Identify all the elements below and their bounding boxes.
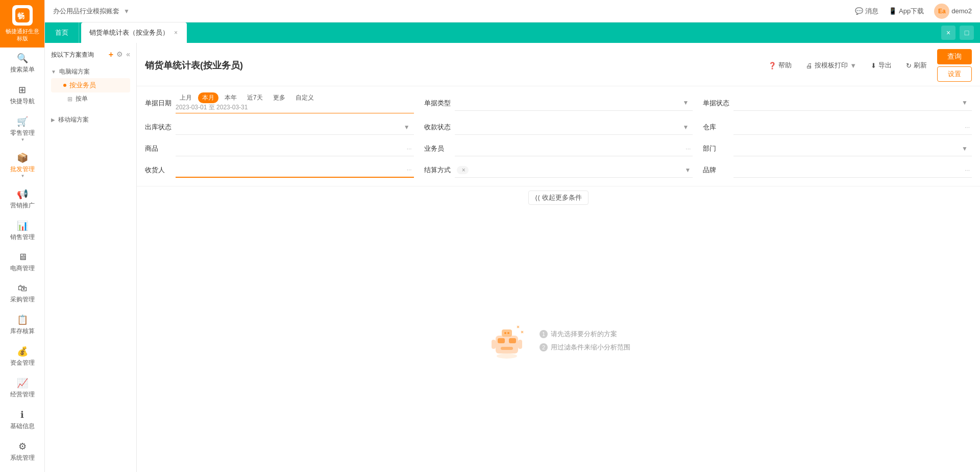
collectstatus-select[interactable]: ▼: [455, 120, 693, 135]
ecommerce-icon: 🖥: [18, 252, 27, 263]
doctype-label: 单据类型: [424, 99, 455, 108]
desktop-section-header[interactable]: ▼ 电脑端方案: [51, 65, 130, 78]
page-header: 销货单统计表(按业务员) ❓ 帮助 🖨 按模板打印 ▼ ⬇ 导出: [137, 43, 980, 86]
doctype-arrow-icon: ▼: [682, 99, 689, 106]
sidebar-item-wholesale[interactable]: 📦 批发管理: [0, 147, 44, 183]
date-tab-last-month[interactable]: 上月: [176, 92, 196, 103]
left-panel: 按以下方案查询 + ⚙ « ▼ 电脑端方案 按业务员 ⊞ 按单: [45, 43, 137, 472]
sidebar-item-marketing[interactable]: 📢 营销推广: [0, 183, 44, 215]
warehouse-control: ···: [733, 120, 972, 135]
messages-btn[interactable]: 💬 消息: [855, 7, 878, 16]
logo-text: 畅捷通好生意 标版: [6, 28, 39, 42]
mobile-arrow-icon: ▶: [51, 117, 55, 123]
goods-dots-icon: ···: [407, 145, 412, 152]
tabbar: 首页 销货单统计表（按业务员） × × □: [45, 22, 980, 43]
collapse-bar: ⟨⟨ 收起更多条件: [137, 186, 980, 209]
sidebar-item-operations[interactable]: 📈 经营管理: [0, 372, 44, 404]
salesperson-select[interactable]: ···: [455, 141, 693, 156]
settings-scheme-icon[interactable]: ⚙: [116, 50, 123, 59]
app-logo[interactable]: 畅 畅捷通好生意 标版: [0, 0, 44, 48]
help-icon: ❓: [768, 62, 776, 69]
date-tab-custom[interactable]: 自定义: [291, 92, 318, 103]
sidebar-item-inventory[interactable]: 📋 库存核算: [0, 309, 44, 341]
sidebar-item-finance[interactable]: 💰 资金管理: [0, 341, 44, 372]
svg-text:畅: 畅: [17, 12, 24, 20]
scheme-by-salesperson[interactable]: 按业务员: [51, 78, 130, 92]
date-label: 单据日期: [145, 99, 176, 108]
collectstatus-label: 收款状态: [424, 123, 455, 132]
mobile-section-header[interactable]: ▶ 移动端方案: [51, 113, 130, 126]
empty-tips: 1 请先选择要分析的方案 2 用过滤条件来缩小分析范围: [540, 329, 630, 352]
empty-tip-1: 1 请先选择要分析的方案: [540, 329, 630, 339]
dept-filter-cell: 部门 ▼: [703, 141, 972, 156]
sidebar-item-retail[interactable]: 🛒 零售管理: [0, 111, 44, 147]
settlement-tag: ×: [457, 166, 469, 174]
print-btn[interactable]: 🖨 按模板打印 ▼: [802, 59, 861, 72]
doctype-select[interactable]: ▼: [455, 96, 693, 111]
breadcrumb-text: 办公用品行业模拟账套: [53, 7, 119, 16]
collapse-btn[interactable]: ⟨⟨ 收起更多条件: [528, 191, 589, 205]
sidebar-item-search[interactable]: 🔍 搜索菜单: [0, 48, 44, 79]
sales-icon: 📊: [17, 220, 28, 231]
sidebar-item-system[interactable]: ⚙ 系统管理: [0, 436, 44, 467]
date-tab-more[interactable]: 更多: [269, 92, 289, 103]
sub-item-icon: ⊞: [67, 96, 72, 103]
nav-icon: ⊞: [18, 84, 26, 96]
date-tab-7days[interactable]: 近7天: [243, 92, 267, 103]
settings-btn[interactable]: 设置: [937, 66, 972, 82]
marketing-icon: 📢: [17, 188, 28, 200]
warehouse-select[interactable]: ···: [733, 120, 972, 135]
brand-label: 品牌: [703, 166, 733, 175]
sidebar-item-sales[interactable]: 📊 销售管理: [0, 215, 44, 247]
help-btn[interactable]: ❓ 帮助: [764, 59, 796, 72]
sidebar-item-enterprise[interactable]: 👥 企业协同: [0, 467, 44, 472]
export-btn[interactable]: ⬇ 导出: [867, 59, 896, 72]
sidebar-item-purchase[interactable]: 🛍 采购管理: [0, 278, 44, 309]
tab-close-icon[interactable]: ×: [173, 28, 179, 37]
date-tab-this-month[interactable]: 本月: [198, 92, 218, 103]
outstatus-filter-cell: 出库状态 ▼: [145, 120, 414, 135]
add-scheme-icon[interactable]: +: [109, 50, 113, 59]
salesperson-control: ···: [455, 141, 693, 156]
scheme-by-order[interactable]: ⊞ 按单: [51, 92, 130, 105]
consignee-control: ···: [176, 162, 414, 178]
doctype-control: ▼: [455, 96, 693, 111]
tab-maximize-btn[interactable]: □: [960, 26, 974, 40]
section-arrow-icon: ▼: [51, 69, 56, 75]
date-range-display[interactable]: 2023-03-01 至 2023-03-31: [176, 103, 414, 113]
sidebar-item-nav[interactable]: ⊞ 快捷导航: [0, 79, 44, 111]
consignee-select[interactable]: ···: [176, 162, 414, 178]
download-icon: 📱: [889, 7, 897, 15]
page-header-actions: ❓ 帮助 🖨 按模板打印 ▼ ⬇ 导出 ↻ 刷新: [764, 49, 972, 82]
tab-home[interactable]: 首页: [45, 22, 79, 43]
user-profile-btn[interactable]: Ea demo2: [934, 4, 972, 19]
retail-icon: 🛒: [17, 116, 28, 127]
refresh-icon: ↻: [906, 62, 912, 69]
logo-icon: 畅: [12, 5, 33, 26]
breadcrumb-dropdown[interactable]: ▼: [124, 8, 130, 15]
desktop-section: ▼ 电脑端方案 按业务员 ⊞ 按单: [45, 63, 136, 107]
docstatus-select[interactable]: ▼: [733, 96, 972, 111]
sidebar-item-ecommerce[interactable]: 🖥 电商管理: [0, 247, 44, 278]
brand-select[interactable]: ···: [733, 162, 972, 178]
collectstatus-arrow-icon: ▼: [682, 124, 689, 131]
app-download-btn[interactable]: 📱 App下载: [889, 7, 924, 16]
tab-active[interactable]: 销货单统计表（按业务员） ×: [81, 22, 187, 43]
goods-select[interactable]: ···: [176, 141, 414, 156]
settlement-select[interactable]: × ▼: [455, 162, 693, 178]
date-tab-this-year[interactable]: 本年: [220, 92, 241, 103]
sidebar-item-basic[interactable]: ℹ 基础信息: [0, 404, 44, 436]
outstatus-select[interactable]: ▼: [176, 120, 414, 135]
settlement-clear-icon[interactable]: ×: [462, 167, 465, 174]
collapse-panel-icon[interactable]: «: [126, 50, 130, 59]
salesperson-filter-cell: 业务员 ···: [424, 141, 693, 156]
left-panel-header: 按以下方案查询 + ⚙ «: [45, 48, 136, 61]
query-btn[interactable]: 查询: [937, 49, 972, 64]
refresh-btn[interactable]: ↻ 刷新: [902, 59, 931, 72]
right-panel: 销货单统计表(按业务员) ❓ 帮助 🖨 按模板打印 ▼ ⬇ 导出: [137, 43, 980, 472]
outstatus-control: ▼: [176, 120, 414, 135]
svg-rect-7: [502, 329, 512, 337]
goods-filter-cell: 商品 ···: [145, 141, 414, 156]
dept-select[interactable]: ▼: [733, 141, 972, 156]
tab-close-btn[interactable]: ×: [941, 26, 955, 40]
